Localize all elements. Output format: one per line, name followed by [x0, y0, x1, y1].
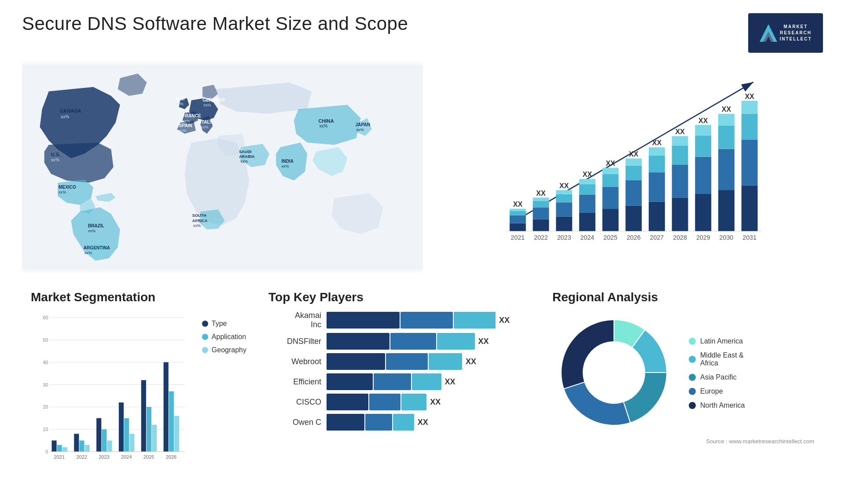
- bottom-section: Market Segmentation 01020304050602021202…: [22, 286, 823, 504]
- svg-rect-47: [533, 197, 549, 201]
- svg-rect-100: [742, 114, 758, 140]
- svg-text:U.S.: U.S.: [51, 152, 61, 157]
- svg-text:xx%: xx%: [61, 114, 69, 119]
- player-bar-wrap: XX: [327, 373, 530, 390]
- page-title: Secure DNS Software Market Size and Scop…: [22, 13, 408, 34]
- svg-text:30: 30: [43, 382, 48, 387]
- seg-chart-svg-wrap: 0102030405060202120222023202420252026: [31, 311, 193, 467]
- market-seg-title: Market Segmentation: [31, 290, 246, 304]
- svg-text:FRANCE: FRANCE: [183, 113, 201, 118]
- svg-point-143: [584, 343, 644, 402]
- player-row: EfficientXX: [268, 373, 530, 390]
- player-bar-wrap: XX: [327, 394, 530, 410]
- svg-rect-50: [556, 217, 573, 231]
- svg-text:0: 0: [45, 449, 48, 454]
- svg-rect-64: [603, 174, 619, 187]
- svg-text:xx%: xx%: [203, 103, 211, 107]
- player-bar-wrap: XX: [327, 312, 530, 329]
- svg-rect-123: [79, 441, 84, 452]
- svg-text:MEXICO: MEXICO: [59, 185, 76, 190]
- svg-text:xx%: xx%: [201, 125, 208, 129]
- svg-text:2024: 2024: [580, 234, 595, 241]
- svg-rect-88: [695, 135, 712, 157]
- player-bar-seg2: [390, 333, 437, 350]
- svg-text:10: 10: [43, 427, 48, 432]
- player-bar-wrap: XX: [327, 414, 530, 431]
- svg-rect-70: [626, 166, 642, 180]
- legend-dot-type: [202, 321, 208, 327]
- svg-text:2025: 2025: [604, 234, 618, 241]
- svg-text:XX: XX: [676, 128, 685, 135]
- player-xx: XX: [499, 316, 510, 325]
- regional-title: Regional Analysis: [552, 290, 814, 304]
- player-bar-seg3: [393, 414, 414, 431]
- player-bar-seg3: [429, 353, 462, 370]
- svg-rect-46: [533, 201, 549, 208]
- player-xx: XX: [418, 418, 428, 427]
- svg-text:BRAZIL: BRAZIL: [88, 223, 104, 228]
- svg-rect-101: [742, 101, 758, 114]
- svg-rect-58: [579, 184, 595, 195]
- regional-legend-item: Europe: [689, 387, 745, 395]
- svg-rect-76: [649, 156, 665, 172]
- player-bar-seg1: [327, 414, 364, 431]
- player-row: CISCOXX: [268, 394, 530, 410]
- svg-text:2030: 2030: [720, 234, 734, 241]
- svg-rect-56: [579, 213, 595, 231]
- svg-rect-120: [62, 447, 67, 452]
- regional-legend-dot: [689, 402, 696, 409]
- legend-dot-geography: [202, 347, 208, 353]
- svg-text:ARABIA: ARABIA: [239, 154, 255, 159]
- regional-legend-dot: [689, 338, 696, 345]
- player-row: DNSFilterXX: [268, 333, 530, 350]
- svg-rect-71: [626, 158, 642, 166]
- svg-rect-59: [579, 179, 595, 184]
- logo: MARKET RESEARCH INTELLECT: [748, 13, 823, 53]
- svg-rect-98: [742, 186, 758, 231]
- svg-text:xx%: xx%: [176, 102, 183, 106]
- svg-text:AFRICA: AFRICA: [192, 219, 208, 223]
- legend-type: Type: [202, 320, 246, 328]
- svg-rect-81: [672, 164, 688, 198]
- svg-text:2024: 2024: [121, 454, 132, 460]
- svg-text:XX: XX: [583, 170, 592, 178]
- svg-text:XX: XX: [536, 189, 546, 197]
- page-container: Secure DNS Software Market Size and Scop…: [0, 0, 845, 504]
- svg-text:ITALY: ITALY: [200, 120, 213, 124]
- seg-chart-wrapper: 0102030405060202120222023202420252026 Ty…: [31, 311, 246, 467]
- svg-rect-94: [718, 125, 735, 149]
- seg-chart-svg: 0102030405060202120222023202420252026: [31, 311, 193, 465]
- svg-text:INDIA: INDIA: [281, 159, 294, 164]
- svg-rect-41: [510, 209, 526, 211]
- svg-text:2031: 2031: [743, 234, 757, 241]
- player-bar-wrap: XX: [327, 353, 530, 370]
- svg-text:GERMANY: GERMANY: [202, 98, 225, 102]
- svg-text:2022: 2022: [534, 234, 548, 241]
- legend-label-type: Type: [212, 320, 227, 328]
- svg-rect-122: [74, 434, 79, 452]
- svg-text:2029: 2029: [696, 234, 710, 241]
- regional-legend-label: North America: [700, 402, 745, 409]
- svg-rect-89: [695, 125, 712, 135]
- player-bar-container: [327, 373, 441, 390]
- svg-rect-138: [164, 362, 169, 452]
- svg-rect-62: [603, 209, 619, 231]
- player-bar-seg1: [327, 333, 389, 350]
- regional-legend-dot: [689, 388, 696, 395]
- donut-svg-wrap: [552, 311, 676, 436]
- svg-text:xx%: xx%: [51, 157, 59, 162]
- svg-text:2027: 2027: [650, 234, 664, 241]
- svg-text:CANADA: CANADA: [60, 108, 81, 113]
- svg-rect-51: [556, 202, 573, 217]
- svg-text:SOUTH: SOUTH: [192, 213, 206, 218]
- svg-text:XX: XX: [559, 182, 569, 190]
- logo-box: MARKET RESEARCH INTELLECT: [748, 13, 823, 53]
- svg-text:40: 40: [43, 360, 48, 365]
- svg-rect-69: [626, 180, 642, 206]
- svg-text:XX: XX: [745, 92, 755, 100]
- player-row: Akamai IncXX: [268, 311, 530, 329]
- svg-rect-92: [718, 190, 735, 231]
- key-players-title: Top Key Players: [268, 290, 530, 304]
- svg-rect-140: [174, 416, 179, 452]
- svg-text:xx%: xx%: [183, 119, 190, 123]
